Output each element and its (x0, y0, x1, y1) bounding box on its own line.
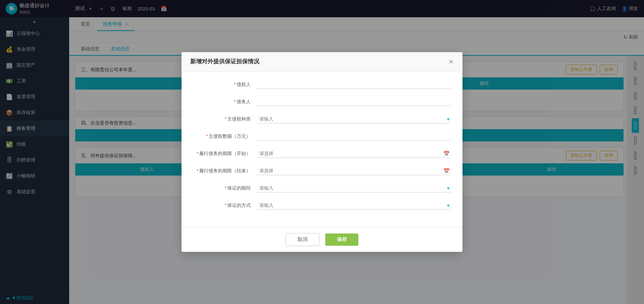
dialog-overlay: 新增对外提供保证担保情况 ✕ *债权人 *债务人 *主债权种类 (0, 0, 644, 304)
cancel-button[interactable]: 取消 (286, 233, 319, 246)
form-row-claim-type: *主债权种类 ▾ (193, 115, 451, 123)
guarantee-method-chevron-icon[interactable]: ▾ (447, 203, 451, 208)
claim-amount-label: *主债权数额（万元） (193, 133, 251, 140)
dialog-header: 新增对外提供保证担保情况 ✕ (182, 52, 462, 72)
form-row-period-start: *履行债务的期限（开始） 📅 (193, 149, 451, 158)
guarantee-period-label: *保证的期间 (193, 185, 251, 191)
period-start-label: *履行债务的期限（开始） (193, 150, 251, 157)
claim-type-label: *主债权种类 (193, 116, 251, 122)
creditor-input[interactable] (256, 80, 451, 89)
debtor-label: *债务人 (193, 99, 251, 105)
form-row-creditor: *债权人 (193, 80, 451, 89)
form-row-claim-amount: *主债权数额（万元） (193, 132, 451, 141)
claim-type-input[interactable] (256, 115, 447, 123)
guarantee-method-label: *保证的方式 (193, 202, 251, 209)
dialog-body: *债权人 *债务人 *主债权种类 ▾ (182, 72, 462, 227)
guarantee-method-select-wrapper: ▾ (256, 201, 451, 210)
debtor-input[interactable] (256, 97, 451, 106)
period-end-date-wrapper: 📅 (256, 167, 451, 175)
dialog-close-button[interactable]: ✕ (448, 59, 454, 65)
period-end-calendar-icon[interactable]: 📅 (443, 168, 451, 174)
guarantee-period-select-wrapper: ▾ (256, 184, 451, 192)
dialog: 新增对外提供保证担保情况 ✕ *债权人 *债务人 *主债权种类 (182, 52, 462, 252)
dialog-footer: 取消 保存 (182, 227, 462, 252)
period-end-input[interactable] (256, 167, 443, 175)
form-row-guarantee-method: *保证的方式 ▾ (193, 201, 451, 210)
claim-amount-input[interactable] (256, 132, 451, 141)
form-row-guarantee-period: *保证的期间 ▾ (193, 184, 451, 192)
period-start-date-wrapper: 📅 (256, 149, 451, 158)
creditor-label: *债权人 (193, 81, 251, 88)
guarantee-method-input[interactable] (256, 201, 447, 209)
period-start-input[interactable] (256, 149, 443, 158)
claim-type-select-wrapper: ▾ (256, 115, 451, 123)
period-end-label: *履行债务的期限（结束） (193, 168, 251, 174)
guarantee-period-chevron-icon[interactable]: ▾ (447, 185, 451, 191)
save-button[interactable]: 保存 (325, 233, 358, 246)
dialog-title: 新增对外提供保证担保情况 (190, 58, 259, 65)
guarantee-period-input[interactable] (256, 184, 447, 192)
period-start-calendar-icon[interactable]: 📅 (443, 151, 451, 156)
form-row-period-end: *履行债务的期限（结束） 📅 (193, 167, 451, 175)
form-row-debtor: *债务人 (193, 97, 451, 106)
claim-type-chevron-icon[interactable]: ▾ (447, 116, 451, 122)
